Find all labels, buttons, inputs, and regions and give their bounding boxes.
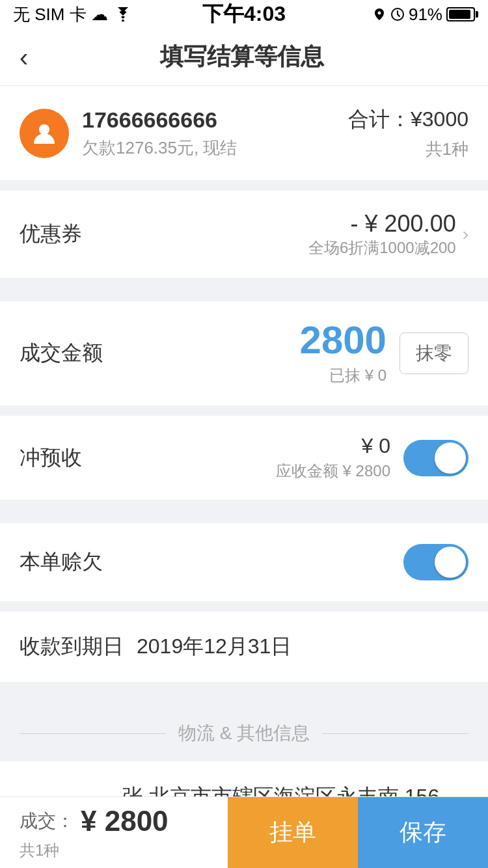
sheqian-toggle-knob [435, 547, 466, 578]
customer-total-amount: 合计：¥3000 [348, 105, 468, 134]
duedate-row: 收款到期日 2019年12月31日 [0, 612, 488, 682]
chong-label: 冲预收 [20, 444, 82, 472]
coupon-desc: 全场6折满1000减200 [308, 237, 456, 258]
logistics-text: 物流 & 其他信息 [178, 721, 310, 746]
deal-label: 成交金额 [20, 339, 103, 368]
content: 17666666666 欠款1276.35元, 现结 合计：¥3000 共1种 … [0, 86, 488, 868]
divider-3 [0, 692, 488, 705]
customer-left: 17666666666 欠款1276.35元, 现结 [20, 107, 237, 159]
logistics-divider: 物流 & 其他信息 [0, 705, 488, 761]
chong-amount: ¥ 0 [276, 434, 390, 458]
back-button[interactable]: ‹ [20, 44, 28, 70]
customer-card: 17666666666 欠款1276.35元, 现结 合计：¥3000 共1种 [0, 86, 488, 180]
chong-row: 冲预收 ¥ 0 应收金额 ¥ 2800 [0, 416, 488, 500]
bottom-deal-label: 成交： [20, 809, 74, 834]
no-sim-label: 无 SIM 卡 ☁ [13, 3, 108, 26]
sheqian-toggle[interactable] [403, 544, 468, 580]
chong-receivable: 应收金额 ¥ 2800 [276, 461, 390, 481]
svg-point-2 [39, 124, 49, 135]
coupon-row[interactable]: 优惠券 - ¥ 200.00 全场6折满1000减200 › [0, 191, 488, 278]
chong-section: 冲预收 ¥ 0 应收金额 ¥ 2800 [0, 416, 488, 500]
deal-amount: 2800 [300, 321, 386, 360]
save-button[interactable]: 保存 [358, 797, 488, 869]
wifi-icon [113, 7, 133, 21]
battery-icon [446, 7, 475, 21]
customer-sub-info: 欠款1276.35元, 现结 [82, 137, 237, 159]
hang-button[interactable]: 挂单 [228, 797, 358, 869]
nav-bar: ‹ 填写结算等信息 [0, 29, 488, 86]
customer-count: 共1种 [348, 138, 468, 161]
divider-2 [0, 510, 488, 523]
chong-toggle-knob [435, 442, 466, 474]
bottom-deal-row: 成交： ¥ 2800 [20, 805, 208, 837]
deal-right: 2800 已抹 ¥ 0 抹零 [300, 321, 468, 386]
chong-toggle[interactable] [403, 440, 468, 476]
battery-percent: 91% [409, 5, 442, 25]
svg-point-0 [122, 20, 124, 21]
coupon-chevron-icon: › [463, 224, 468, 245]
coupon-discount: - ¥ 200.00 [308, 210, 456, 237]
divider-1 [0, 288, 488, 301]
coupon-right: - ¥ 200.00 全场6折满1000减200 › [308, 210, 468, 258]
bottom-deal-amount: ¥ 2800 [81, 805, 169, 837]
status-right: 91% [372, 5, 475, 25]
bottom-deal-count: 共1种 [20, 840, 208, 861]
avatar [20, 109, 69, 158]
sheqian-label: 本单赊欠 [20, 548, 103, 576]
logistics-line-left [20, 733, 165, 734]
page-title: 填写结算等信息 [41, 41, 442, 73]
clock-icon [390, 7, 405, 21]
sheqian-section: 本单赊欠 [0, 523, 488, 601]
logistics-line-right [323, 733, 468, 734]
coupon-label: 优惠券 [20, 220, 82, 249]
customer-phone: 17666666666 [82, 107, 237, 133]
duedate-label: 收款到期日 [20, 632, 124, 661]
location-icon [372, 7, 386, 21]
chong-right: ¥ 0 应收金额 ¥ 2800 [276, 434, 468, 481]
customer-info: 17666666666 欠款1276.35元, 现结 [82, 107, 237, 159]
status-bar: 无 SIM 卡 ☁ 下午4:03 91% [0, 0, 488, 29]
status-time: 下午4:03 [202, 0, 286, 29]
deal-subtracted: 已抹 ¥ 0 [300, 365, 386, 386]
bottom-summary: 成交： ¥ 2800 共1种 [0, 805, 228, 861]
status-left: 无 SIM 卡 ☁ [13, 3, 133, 26]
bottom-bar: 成交： ¥ 2800 共1种 挂单 保存 [0, 796, 488, 868]
mozero-button[interactable]: 抹零 [400, 332, 468, 374]
duedate-section: 收款到期日 2019年12月31日 [0, 612, 488, 682]
sheqian-row: 本单赊欠 [0, 523, 488, 601]
customer-total: 合计：¥3000 共1种 [348, 105, 468, 161]
deal-section: 成交金额 2800 已抹 ¥ 0 抹零 [0, 301, 488, 405]
deal-row: 成交金额 2800 已抹 ¥ 0 抹零 [0, 301, 488, 405]
duedate-value: 2019年12月31日 [137, 632, 291, 661]
